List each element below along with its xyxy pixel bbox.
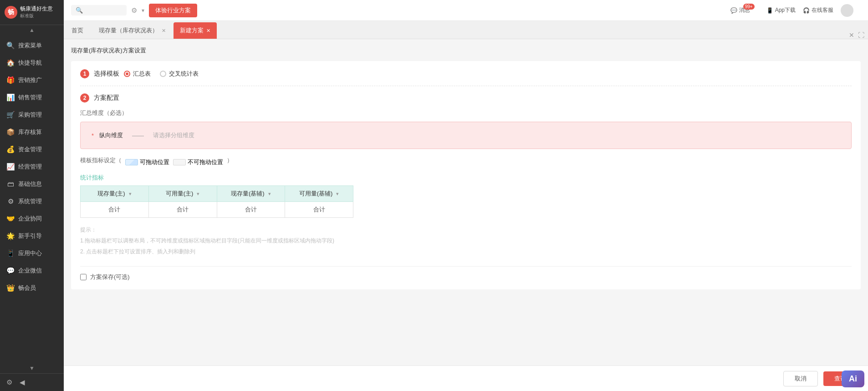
- online-service-badge[interactable]: 🎧 在线客服: [803, 6, 833, 14]
- logo-sub: 标准版: [20, 13, 53, 19]
- col-label-3: 可用量(基辅): [299, 190, 333, 198]
- sidebar-item-finance[interactable]: 💰 资金管理: [0, 141, 64, 158]
- radio-cross-circle: [160, 71, 166, 77]
- mobile-icon: 📱: [6, 249, 15, 257]
- template-radio-group: 汇总表 交叉统计表: [124, 70, 199, 78]
- system-gear-icon: ⚙: [6, 197, 15, 206]
- tabs-bar: 首页 现存量（库存状况表） ✕ 新建方案 ✕ ✕ ⛶: [64, 21, 868, 39]
- col-header-2[interactable]: 现存量(基辅) ▾: [217, 186, 285, 202]
- drag-label: 可拖动位置: [140, 158, 169, 166]
- radio-summary-label: 汇总表: [133, 70, 151, 78]
- sidebar-item-sales[interactable]: 📊 销售管理: [0, 89, 64, 106]
- sidebar-item-purchase[interactable]: 🛒 采购管理: [0, 106, 64, 123]
- app-download-badge[interactable]: 📱 App下载: [766, 6, 796, 14]
- message-icon: 💬: [730, 7, 737, 14]
- trend-icon: 📈: [6, 163, 15, 171]
- legend-draggable: 可拖动位置: [125, 158, 169, 166]
- sidebar-item-finance-label: 资金管理: [18, 145, 42, 154]
- vertical-dim-field[interactable]: * 纵向维度 —— 请选择分组维度: [92, 131, 840, 139]
- user-avatar[interactable]: [841, 4, 853, 17]
- sidebar-item-sales-label: 销售管理: [18, 93, 42, 102]
- sidebar-item-enterprise[interactable]: 🤝 企业协同: [0, 210, 64, 227]
- tab-expand-icon[interactable]: ⛶: [858, 31, 864, 39]
- sidebar-scroll-up[interactable]: ▲: [0, 25, 64, 35]
- tab-close-window-icon[interactable]: ✕: [849, 31, 854, 39]
- sidebar-item-basic[interactable]: 🗃 基础信息: [0, 175, 64, 193]
- stats-section: 统计指标 现存量(主) ▾ 可用量: [80, 174, 852, 218]
- sidebar-scroll-down[interactable]: ▼: [0, 363, 64, 373]
- tip-1: 1.拖动标题栏可以调整布局，不可跨维度或指标区域拖动栏目字段(只能在同一维度或指…: [80, 235, 852, 246]
- sidebar-item-newbie-label: 新手引导: [18, 232, 42, 240]
- chart-icon: 📊: [6, 93, 15, 102]
- sidebar-item-system[interactable]: ⚙ 系统管理: [0, 193, 64, 210]
- handshake-icon: 🤝: [6, 215, 15, 223]
- vertical-dim-label: 纵向维度: [99, 131, 123, 139]
- settings-icon[interactable]: ⚙: [6, 378, 12, 386]
- step1-title: 选择模板: [94, 70, 119, 78]
- sidebar-item-appstore[interactable]: 📱 应用中心: [0, 245, 64, 262]
- topbar-search-box: 🔍: [71, 5, 127, 15]
- online-service-label: 在线客服: [812, 6, 833, 14]
- sidebar-item-inventory[interactable]: 📦 库存核算: [0, 123, 64, 141]
- sidebar-logo: 畅 畅康通好生意 标准版: [0, 0, 64, 25]
- crown-icon: 👑: [6, 284, 15, 292]
- tabs-right-controls: ✕ ⛶: [849, 31, 868, 39]
- col-label-0: 现存量(主): [97, 190, 125, 198]
- col-header-3[interactable]: 可用量(基辅) ▾: [285, 186, 353, 202]
- sidebar-item-marketing[interactable]: 🎁 营销推广: [0, 72, 64, 89]
- drag-indicator-box: [125, 159, 138, 165]
- vertical-dim-placeholder: 请选择分组维度: [153, 131, 194, 139]
- tab-new-plan-close[interactable]: ✕: [206, 28, 210, 33]
- radio-summary[interactable]: 汇总表: [124, 70, 151, 78]
- col-header-0[interactable]: 现存量(主) ▾: [81, 186, 149, 202]
- sidebar-item-weixin[interactable]: 💬 企业微信: [0, 262, 64, 279]
- sidebar-item-newbie[interactable]: 🌟 新手引导: [0, 227, 64, 245]
- footer-bar: 取消 查询: [64, 365, 868, 391]
- tab-home[interactable]: 首页: [64, 22, 91, 39]
- phone-icon: 📱: [766, 7, 773, 14]
- step1-badge: 1: [80, 69, 89, 78]
- page-title: 现存量(库存状况表)方案设置: [71, 46, 861, 55]
- tab-inventory-label: 现存量（库存状况表）: [99, 26, 158, 35]
- sidebar-item-enterprise-label: 企业协同: [18, 215, 42, 223]
- message-badge[interactable]: 💬 消息 99+: [730, 6, 750, 14]
- search-input[interactable]: [86, 7, 122, 14]
- tab-home-label: 首页: [71, 26, 83, 35]
- metrics-close-bracket: ）: [227, 156, 233, 165]
- col-label-1: 可用量(主): [166, 190, 194, 198]
- sidebar-item-member[interactable]: 👑 畅会员: [0, 279, 64, 297]
- sidebar-item-search[interactable]: 🔍 搜索菜单: [0, 37, 64, 54]
- sidebar-item-business[interactable]: 📈 经营管理: [0, 158, 64, 175]
- message-count: 99+: [743, 4, 755, 10]
- legend-nodrag: 不可拖动位置: [173, 158, 223, 166]
- collapse-icon[interactable]: ◀: [20, 378, 25, 386]
- cell-0: 合计: [81, 202, 149, 218]
- sidebar-item-nav[interactable]: 🏠 快捷导航: [0, 54, 64, 72]
- tab-inventory[interactable]: 现存量（库存状况表） ✕: [91, 22, 174, 39]
- logo-name: 畅康通好生意: [20, 5, 53, 13]
- logo-icon: 畅: [5, 6, 17, 19]
- tab-new-plan[interactable]: 新建方案 ✕: [174, 22, 217, 39]
- chevron-3: ▾: [336, 191, 339, 197]
- col-header-1[interactable]: 可用量(主) ▾: [148, 186, 217, 202]
- sidebar-item-inventory-label: 库存核算: [18, 128, 42, 136]
- main-area: 🔍 ⚙ ▾ 体验行业方案 💬 消息 99+ 📱 App下载 🎧 在线客服: [64, 0, 868, 391]
- sidebar-item-system-label: 系统管理: [18, 197, 42, 206]
- tips-section: 提示： 1.拖动标题栏可以调整布局，不可跨维度或指标区域拖动栏目字段(只能在同一…: [80, 224, 852, 257]
- cancel-button[interactable]: 取消: [783, 371, 818, 386]
- topbar-dropdown-icon[interactable]: ▾: [142, 7, 144, 14]
- topbar-gear-icon[interactable]: ⚙: [131, 6, 137, 15]
- cell-3: 合计: [285, 202, 353, 218]
- topbar-search-icon: 🔍: [76, 7, 83, 14]
- sidebar-item-member-label: 畅会员: [18, 284, 36, 292]
- ai-badge[interactable]: Ai: [842, 370, 864, 387]
- radio-cross[interactable]: 交叉统计表: [160, 70, 199, 78]
- required-dimension-area: * 纵向维度 —— 请选择分组维度: [80, 122, 852, 149]
- radio-summary-circle: [124, 71, 130, 77]
- sidebar-bottom: ⚙ ◀: [0, 373, 64, 391]
- trial-button[interactable]: 体验行业方案: [149, 4, 197, 17]
- app-download-label: App下载: [775, 6, 796, 14]
- save-plan-checkbox[interactable]: [80, 274, 87, 280]
- tab-inventory-close[interactable]: ✕: [162, 28, 166, 33]
- sidebar-item-search-label: 搜索菜单: [18, 41, 42, 50]
